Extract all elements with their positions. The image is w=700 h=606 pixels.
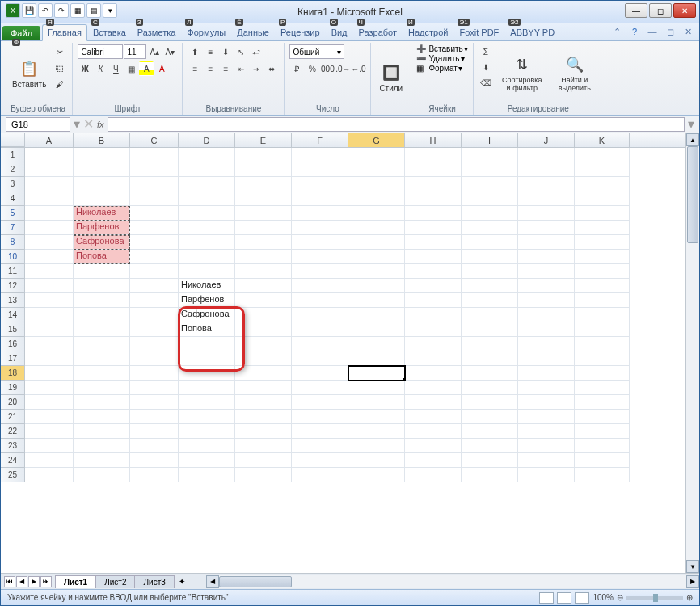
sort-filter-button[interactable]: ⇅ Сортировка и фильтр: [496, 44, 548, 103]
ribbon-tab[interactable]: Э1Foxit PDF: [453, 24, 504, 40]
cell[interactable]: [348, 424, 405, 439]
cell[interactable]: [74, 468, 130, 482]
cell[interactable]: [575, 366, 630, 381]
cell[interactable]: [462, 337, 518, 351]
cell[interactable]: [25, 410, 74, 424]
cell[interactable]: [74, 424, 130, 439]
row-header[interactable]: 15: [1, 322, 25, 337]
percent-icon[interactable]: %: [305, 61, 319, 76]
ribbon-tab[interactable]: СВставка: [87, 24, 132, 40]
cell[interactable]: [130, 148, 179, 162]
cell[interactable]: [405, 293, 462, 308]
cell[interactable]: [462, 395, 518, 410]
cell[interactable]: [575, 206, 630, 221]
cell[interactable]: [292, 162, 348, 177]
increase-decimal-icon[interactable]: .0→: [335, 61, 350, 76]
cell[interactable]: [25, 453, 74, 468]
ribbon-tab[interactable]: ЁДанные: [231, 24, 275, 40]
cell[interactable]: [405, 395, 462, 410]
clear-icon[interactable]: ⌫: [479, 75, 493, 90]
paste-button[interactable]: 📋 Вставить: [9, 44, 49, 103]
cell[interactable]: [179, 162, 235, 177]
cell[interactable]: [179, 337, 235, 351]
cell[interactable]: [575, 395, 630, 410]
cell[interactable]: [348, 322, 405, 337]
select-all-corner[interactable]: [1, 133, 25, 147]
cell[interactable]: [462, 439, 518, 453]
cell[interactable]: [292, 279, 348, 293]
column-header[interactable]: G: [348, 133, 405, 147]
cell[interactable]: [405, 308, 462, 322]
cell[interactable]: [575, 424, 630, 439]
italic-button[interactable]: К: [93, 61, 108, 76]
cell[interactable]: [462, 366, 518, 381]
cell[interactable]: [518, 453, 575, 468]
cell[interactable]: [518, 177, 575, 191]
row-header[interactable]: 14: [1, 308, 25, 322]
column-header[interactable]: K: [575, 133, 630, 147]
cell[interactable]: [405, 221, 462, 235]
cell[interactable]: [518, 381, 575, 395]
cell[interactable]: [518, 395, 575, 410]
cell[interactable]: [348, 293, 405, 308]
cell[interactable]: [405, 206, 462, 221]
cell[interactable]: [575, 337, 630, 351]
cell[interactable]: [130, 366, 179, 381]
align-center-icon[interactable]: ≡: [203, 61, 217, 76]
cell[interactable]: [25, 206, 74, 221]
decrease-indent-icon[interactable]: ⇤: [234, 61, 248, 76]
copy-icon[interactable]: ⿻: [53, 61, 67, 75]
underline-button[interactable]: Ч: [108, 61, 123, 76]
cell[interactable]: [179, 439, 235, 453]
qat-item[interactable]: ▾: [103, 3, 117, 18]
new-sheet-icon[interactable]: ✦: [174, 575, 190, 587]
cell[interactable]: [405, 264, 462, 279]
cell[interactable]: [292, 250, 348, 264]
row-header[interactable]: 17: [1, 351, 25, 366]
cell[interactable]: [575, 381, 630, 395]
row-header[interactable]: 2: [1, 162, 25, 177]
scroll-up-icon[interactable]: ▲: [686, 133, 699, 146]
align-right-icon[interactable]: ≡: [218, 61, 233, 76]
cell[interactable]: [575, 264, 630, 279]
cell[interactable]: [575, 148, 630, 162]
column-header[interactable]: J: [518, 133, 575, 147]
ribbon-tab[interactable]: Э2ABBYY PD: [504, 24, 560, 40]
align-left-icon[interactable]: ≡: [188, 61, 202, 76]
grow-font-icon[interactable]: A▴: [147, 44, 162, 59]
cell[interactable]: [25, 264, 74, 279]
cell[interactable]: [235, 235, 292, 250]
wrap-text-icon[interactable]: ⮐: [249, 44, 264, 59]
cell[interactable]: [518, 424, 575, 439]
cell[interactable]: [462, 177, 518, 191]
decrease-decimal-icon[interactable]: ←.0: [351, 61, 365, 76]
cell[interactable]: [405, 351, 462, 366]
cell[interactable]: [74, 453, 130, 468]
cell[interactable]: [405, 424, 462, 439]
mdi-restore-icon[interactable]: ◻: [664, 25, 677, 38]
cell[interactable]: Сафронова: [179, 308, 235, 322]
excel-icon[interactable]: X: [6, 3, 20, 18]
cell[interactable]: [292, 206, 348, 221]
cell[interactable]: [292, 410, 348, 424]
cell[interactable]: [179, 264, 235, 279]
cell[interactable]: [575, 191, 630, 206]
cell[interactable]: [405, 410, 462, 424]
cell[interactable]: [130, 322, 179, 337]
row-header[interactable]: 12: [1, 279, 25, 293]
cancel-icon[interactable]: ✕: [83, 116, 94, 132]
cell[interactable]: [74, 410, 130, 424]
cell[interactable]: [25, 439, 74, 453]
cell[interactable]: [518, 264, 575, 279]
cell[interactable]: [348, 250, 405, 264]
cell[interactable]: [292, 264, 348, 279]
format-cells-button[interactable]: ▦Формат▾: [416, 64, 467, 73]
cell[interactable]: [348, 366, 405, 381]
font-name-combo[interactable]: [78, 44, 123, 59]
cell[interactable]: [292, 308, 348, 322]
cell[interactable]: [25, 148, 74, 162]
ribbon-tab[interactable]: ИНадстрой: [403, 24, 453, 40]
horizontal-scrollbar[interactable]: ◀ ▶: [206, 575, 699, 588]
currency-icon[interactable]: ₽: [289, 61, 304, 76]
ribbon-tab[interactable]: ЗРазметка: [132, 24, 182, 40]
